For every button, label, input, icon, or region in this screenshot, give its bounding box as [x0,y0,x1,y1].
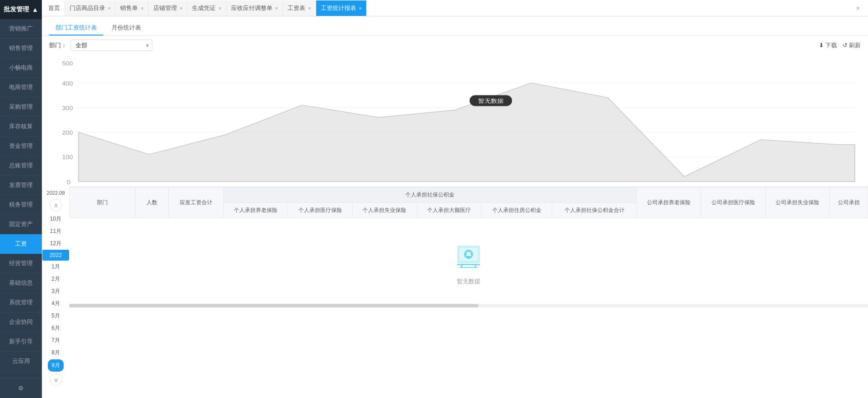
dept-select[interactable]: 全部 [71,40,152,51]
tabs-bar: 首页 门店商品目录 × 销售单 × 店铺管理 × 生成凭证 × 应收应付调整单 … [42,0,868,16]
timeline-month-2[interactable]: 2月 [42,273,69,285]
tab-store-catalog[interactable]: 门店商品目录 × [65,0,116,16]
sidebar-item-guide[interactable]: 新手引导 [0,332,42,352]
tab-close-store-catalog[interactable]: × [108,5,111,11]
table-scrollbar[interactable] [69,304,868,307]
sidebar-item-sales[interactable]: 销售管理 [0,39,42,58]
sidebar-item-corp[interactable]: 企业协同 [0,312,42,332]
tab-store-management[interactable]: 店铺管理 × [149,0,187,16]
timeline-month-3[interactable]: 3月 [42,285,69,297]
sidebar-item-salary[interactable]: 工资 [0,234,42,254]
timeline-year-2022[interactable]: 2022 [42,250,69,261]
svg-text:100: 100 [62,154,73,161]
sub-tab-dept[interactable]: 部门工资统计表 [49,21,103,35]
tab-close-gen-voucher[interactable]: × [218,5,221,11]
th-personal-total: 个人承担社保公积金合计 [552,203,636,218]
svg-text:200: 200 [62,130,73,136]
main-area: 首页 门店商品目录 × 销售单 × 店铺管理 × 生成凭证 × 应收应付调整单 … [42,0,868,398]
timeline-month-11[interactable]: 11月 [42,225,69,237]
svg-text:300: 300 [62,105,73,111]
settings-button[interactable]: ⚙ [0,378,42,398]
refresh-button[interactable]: ↺ 刷新 [843,41,861,50]
th-personal-pension: 个人承担养老保险 [223,203,288,218]
th-company-pension: 公司承担养老保险 [636,187,701,218]
dept-select-wrapper: 全部 ▾ [71,40,152,51]
empty-text: 暂无数据 [457,277,480,286]
sidebar-arrow-icon: ▲ [32,6,38,13]
scroll-thumb[interactable] [69,304,479,307]
th-group-social: 个人承担社保公积金 [223,187,636,203]
th-personal-medical: 个人承担医疗保险 [288,203,353,218]
sidebar-item-management[interactable]: 经营管理 [0,254,42,273]
sidebar-item-ecommerce[interactable]: 电商管理 [0,78,42,97]
sub-tabs-bar: 部门工资统计表 月份统计表 [42,16,868,36]
tab-home[interactable]: 首页 [44,0,65,16]
th-dept: 部门 [70,187,136,218]
sidebar-item-assets[interactable]: 固定资产 [0,215,42,234]
sidebar-item-purchase[interactable]: 采购管理 [0,97,42,117]
refresh-icon: ↺ [843,42,848,49]
gear-icon: ⚙ [18,385,24,392]
th-total-salary: 应发工资合计 [168,187,223,218]
th-company-unemploy: 公司承担失业保险 [765,187,830,218]
th-company-medical: 公司承担医疗保险 [701,187,766,218]
timeline-month-5[interactable]: 5月 [42,310,69,322]
sidebar-item-ledger[interactable]: 总账管理 [0,156,42,176]
toolbar-left: 部门： 全部 ▾ [49,40,152,51]
svg-text:400: 400 [62,81,73,87]
sidebar-item-basic[interactable]: 基础信息 [0,273,42,293]
sidebar-item-marketing[interactable]: 营销推广 [0,19,42,39]
th-personal-unemploy: 个人承担失业保险 [353,203,417,218]
tab-close-payroll[interactable]: × [308,5,311,11]
toolbar-right: ⬇ 下载 ↺ 刷新 [819,41,861,50]
sidebar-item-cloud[interactable]: 云应用 [0,352,42,371]
download-button[interactable]: ⬇ 下载 [819,41,837,50]
th-personal-large-med: 个人承担大额医疗 [417,203,481,218]
chart-container: 0 100 200 300 400 500 暂无数据 [42,55,868,186]
sidebar-item-system[interactable]: 系统管理 [0,293,42,312]
th-company-other: 公司承担 [830,187,868,218]
sub-tab-month[interactable]: 月份统计表 [105,21,147,35]
svg-text:暂无数据: 暂无数据 [478,98,504,104]
svg-text:500: 500 [62,60,73,67]
tab-close-ar-ap[interactable]: × [275,5,278,11]
content-area: 部门工资统计表 月份统计表 部门： 全部 ▾ ⬇ 下载 [42,16,868,398]
sidebar-item-inventory[interactable]: 库存核算 [0,117,42,136]
timeline-down-button[interactable]: ∨ [50,373,62,386]
timeline-month-10[interactable]: 10月 [42,213,69,225]
timeline-panel: 2022.09 ∧ 10月 11月 12月 2022 1月 2月 3月 4月 5 [42,186,69,398]
tab-ar-ap[interactable]: 应收应付调整单 × [227,0,283,16]
empty-icon [450,237,487,273]
timeline-month-7[interactable]: 7月 [42,334,69,347]
table-header-group-row: 部门 人数 应发工资合计 个人承担社保公积金 公司承担养老保险 公司承担医疗保险… [70,187,868,203]
tab-close-payroll-report[interactable]: × [359,5,362,11]
sidebar: 批发管理 ▲ 营销推广 销售管理 小畅电商 电商管理 采购管理 库存核算 资金管… [0,0,42,398]
sidebar-item-tax[interactable]: 税务管理 [0,195,42,215]
tab-payroll[interactable]: 工资表 × [283,0,316,16]
timeline-month-9[interactable]: 9月 [48,359,64,372]
svg-text:0: 0 [67,179,71,186]
tab-bar-close-icon[interactable]: × [853,4,863,13]
sidebar-item-ecommerce-small[interactable]: 小畅电商 [0,58,42,78]
tab-close-sales-order[interactable]: × [141,5,143,11]
timeline-month-8[interactable]: 8月 [42,347,69,359]
tabs-bar-end: × [853,4,866,13]
toolbar: 部门： 全部 ▾ ⬇ 下载 ↺ 刷新 [42,36,868,55]
th-people: 人数 [136,187,169,218]
timeline-up-button[interactable]: ∧ [50,199,62,212]
sidebar-item-invoice[interactable]: 发票管理 [0,176,42,195]
th-personal-housing: 个人承担住房公积金 [481,203,552,218]
download-icon: ⬇ [819,42,824,49]
timeline-month-4[interactable]: 4月 [42,297,69,310]
tab-gen-voucher[interactable]: 生成凭证 × [187,0,226,16]
timeline-month-6[interactable]: 6月 [42,322,69,334]
timeline-month-1[interactable]: 1月 [42,261,69,273]
sidebar-header[interactable]: 批发管理 ▲ [0,0,42,19]
tab-close-store-management[interactable]: × [180,5,182,11]
sidebar-title: 批发管理 [4,5,29,14]
table-timeline-wrapper: 2022.09 ∧ 10月 11月 12月 2022 1月 2月 3月 4月 5 [42,186,868,398]
tab-sales-order[interactable]: 销售单 × [116,0,148,16]
tab-payroll-report[interactable]: 工资统计报表 × [316,0,367,16]
timeline-month-12[interactable]: 12月 [42,237,69,250]
sidebar-item-finance[interactable]: 资金管理 [0,136,42,156]
